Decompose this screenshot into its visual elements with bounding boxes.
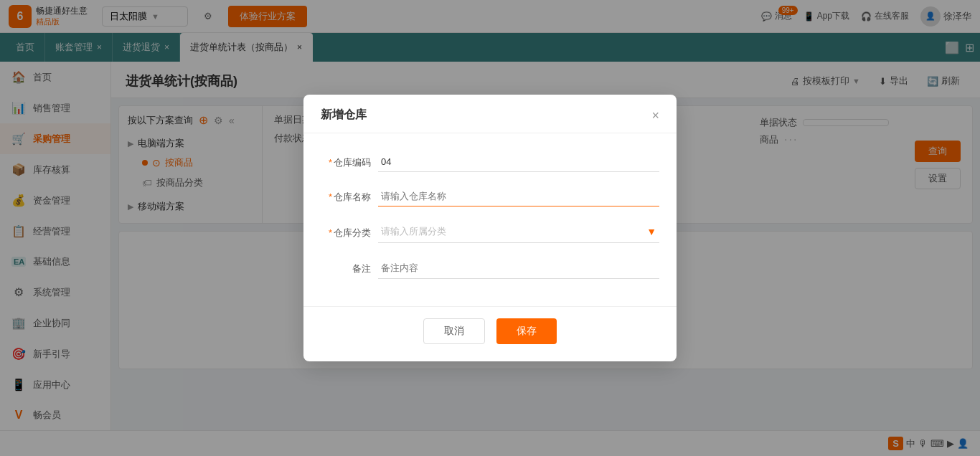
dialog-close-icon[interactable]: × [651,109,659,122]
name-field-label: *仓库名称 [321,191,378,204]
dialog-overlay: 新增仓库 × *仓库编码 *仓库名称 *仓库分类 [0,0,980,456]
dialog-footer: 取消 保存 [303,306,677,361]
required-star-code: * [329,157,332,168]
dialog-header: 新增仓库 × [303,95,677,133]
category-label-text: 仓库分类 [334,227,371,238]
code-label-text: 仓库编码 [334,157,371,168]
dialog-title: 新增仓库 [321,108,367,123]
category-field-label: *仓库分类 [321,227,378,239]
form-row-note: 备注 [321,259,659,279]
required-star-category: * [329,227,332,238]
cancel-button[interactable]: 取消 [423,318,485,344]
name-input[interactable] [378,188,659,206]
note-label-text: 备注 [352,263,371,274]
save-button[interactable]: 保存 [496,318,557,344]
required-star-name: * [329,191,332,202]
note-input[interactable] [378,259,659,279]
category-select[interactable]: 请输入所属分类 ▼ [378,222,659,243]
category-dropdown-icon: ▼ [646,226,656,237]
dialog-body: *仓库编码 *仓库名称 *仓库分类 请输入所属分类 ▼ [303,133,677,306]
name-label-text: 仓库名称 [334,191,371,202]
form-row-name: *仓库名称 [321,188,659,206]
note-field-label: 备注 [321,262,378,275]
form-row-code: *仓库编码 [321,153,659,172]
form-row-category: *仓库分类 请输入所属分类 ▼ [321,222,659,243]
category-placeholder: 请输入所属分类 [381,225,646,238]
code-field-label: *仓库编码 [321,156,378,169]
code-input[interactable] [378,153,659,172]
new-warehouse-dialog: 新增仓库 × *仓库编码 *仓库名称 *仓库分类 [303,95,677,361]
